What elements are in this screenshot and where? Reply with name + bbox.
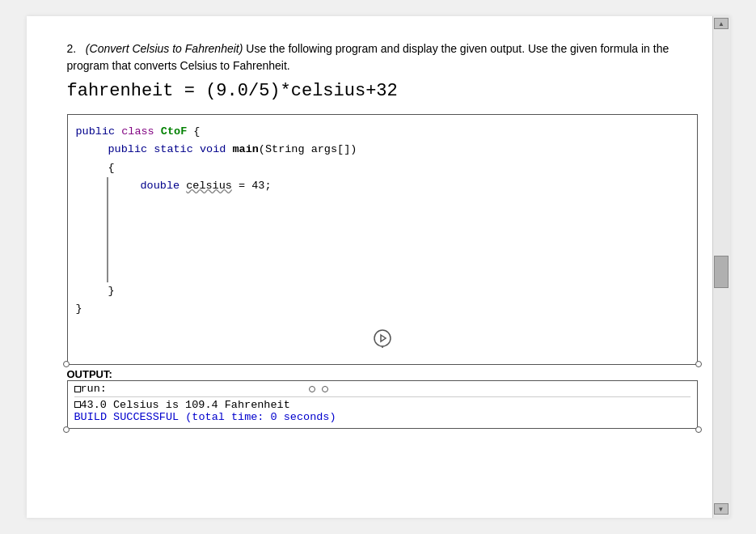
arrow-up-icon: ▲	[718, 20, 724, 28]
kw-void: void	[200, 141, 233, 159]
open-brace-2: {	[76, 159, 115, 177]
corner-br	[695, 426, 702, 433]
kw-public-1: public	[76, 123, 122, 141]
kw-class: class	[121, 123, 161, 141]
blank-line-1	[116, 195, 697, 217]
run-text: run:	[81, 383, 107, 395]
corner-bl	[63, 426, 70, 433]
problem-title: (Convert Celsius to Fahrenheit)	[86, 42, 243, 55]
close-brace-class: }	[76, 303, 82, 315]
code-inner-block: double celsius = 43;	[107, 177, 697, 282]
method-main: main	[232, 141, 258, 159]
output-result: 43.0 Celsius is 109.4 Fahrenheit	[74, 399, 691, 411]
code-line-3: {	[68, 159, 697, 177]
scrollbar-thumb[interactable]	[714, 256, 729, 288]
arrow-down-icon: ▼	[718, 506, 724, 513]
scrollbar-down[interactable]: ▼	[714, 503, 729, 515]
blank-line-3	[116, 239, 697, 261]
slider-area	[309, 386, 328, 392]
slider-right	[322, 386, 328, 392]
output-box: run: 43.0 Celsius is 109.4 Fahrenheit BU…	[67, 380, 698, 429]
run-icon	[373, 328, 392, 348]
output-build: BUILD SUCCESSFUL (total time: 0 seconds)	[74, 411, 691, 423]
open-brace-1: {	[187, 123, 200, 141]
code-line-5: }	[68, 282, 697, 300]
slider-left	[309, 386, 315, 392]
output-section: OUTPUT: run: 43.0 Celsius is 109.4 Fahre…	[67, 365, 698, 429]
run-icon-area	[373, 328, 392, 354]
code-line-1: public class CtoF {	[68, 123, 697, 141]
kw-public-2: public	[108, 141, 154, 159]
svg-point-0	[374, 330, 391, 346]
formula: fahrenheit = (9.0/5)*celsius+32	[67, 81, 698, 101]
problem-number: 2.	[67, 42, 77, 55]
corner-tr	[695, 361, 702, 367]
code-line-6: }	[68, 300, 697, 318]
cursor-block-2	[74, 401, 81, 408]
code-editor[interactable]: public class CtoF { public static void m…	[67, 114, 698, 365]
scrollbar-track[interactable]: ▲ ▼	[712, 16, 730, 518]
main-args: (String args[])	[259, 141, 357, 159]
corner-tl	[63, 361, 70, 367]
class-name: CtoF	[161, 123, 187, 141]
output-label: OUTPUT:	[67, 365, 698, 380]
cursor-block	[74, 386, 81, 392]
code-line-2: public static void main (String args[])	[68, 141, 697, 159]
result-text: 43.0 Celsius is 109.4 Fahrenheit	[81, 399, 290, 411]
page-container: 2. (Convert Celsius to Fahrenheit) Use t…	[27, 16, 730, 518]
kw-double: double	[141, 180, 187, 192]
output-run-line: run:	[74, 383, 691, 397]
scrollbar-up[interactable]: ▲	[714, 18, 729, 29]
blank-line-4	[116, 261, 697, 282]
problem-statement: 2. (Convert Celsius to Fahrenheit) Use t…	[67, 40, 698, 74]
close-brace-method: }	[108, 285, 115, 297]
assign-celsius: = 43;	[239, 180, 272, 192]
kw-static: static	[154, 141, 200, 159]
var-celsius: celsius	[186, 180, 232, 192]
blank-line-2	[116, 217, 697, 239]
code-line-4: double celsius = 43;	[116, 177, 697, 195]
